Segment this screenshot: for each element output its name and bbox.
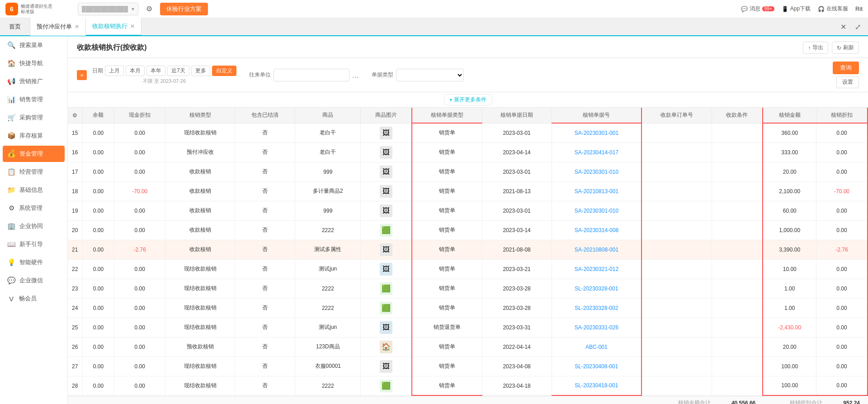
cell-doc-type: 销货单: [412, 240, 482, 259]
filter-toggle-btn[interactable]: »: [77, 70, 87, 80]
counterpart-filter: 往来单位 ...: [249, 69, 359, 81]
cell-doc-no[interactable]: SL-20230418-001: [552, 376, 642, 395]
counterpart-dots[interactable]: ...: [352, 71, 359, 79]
tab-expand-btn[interactable]: ⤢: [852, 21, 863, 33]
sidebar-item-system[interactable]: ⚙系统管理: [0, 199, 67, 217]
sidebar-label-purchase: 采购管理: [19, 114, 43, 122]
cell-doc-no[interactable]: SA-20210813-001: [552, 181, 642, 201]
date-btn-last-month[interactable]: 上月: [105, 66, 124, 76]
cell-writeoff-discount: 0.00: [816, 356, 868, 376]
cell-doc-no[interactable]: SA-20230301-010: [552, 201, 642, 220]
sidebar-label-finance: 资金管理: [19, 150, 43, 158]
cell-doc-no[interactable]: SA-20230301-001: [552, 123, 642, 143]
cell-doc-no[interactable]: SA-20210808-001: [552, 240, 642, 259]
date-btn-7days[interactable]: 近7天: [167, 66, 189, 76]
cell-receipt-cond: [712, 162, 763, 181]
cell-writeoff-amount: 20.00: [763, 337, 816, 356]
cell-doc-no[interactable]: SA-20230314-008: [552, 220, 642, 240]
query-btn[interactable]: 查询: [833, 62, 859, 74]
company-selector[interactable]: ████████████ ▾: [78, 3, 138, 15]
tab-prepay-close[interactable]: ✕: [75, 24, 79, 30]
cell-cash-discount: 0.00: [114, 259, 165, 279]
filter-expand-arrow[interactable]: »: [77, 70, 87, 80]
cell-receipt-order: [642, 356, 712, 376]
download-icon: 📱: [782, 6, 788, 12]
cell-doc-no[interactable]: SL-20230408-001: [552, 356, 642, 376]
cell-doc-no[interactable]: SA-20230414-017: [552, 143, 642, 162]
cell-receipt-cond: [712, 318, 763, 337]
cell-included: 否: [235, 356, 295, 376]
industry-btn[interactable]: 休验行业方案: [160, 3, 208, 15]
cell-receipt-cond: [712, 279, 763, 298]
sidebar-item-operations[interactable]: 📋经营管理: [0, 163, 67, 181]
sidebar-label-wechat: 企业微信: [19, 276, 43, 285]
cell-receipt-cond: [712, 201, 763, 220]
cell-doc-date: 2023-04-18: [482, 376, 552, 395]
date-btn-custom[interactable]: 自定义: [212, 66, 236, 76]
filter-setting-btn[interactable]: 设置: [836, 76, 859, 88]
settings-icon[interactable]: ⚙: [143, 3, 156, 15]
refresh-btn[interactable]: ↻ 刷新: [832, 42, 859, 54]
cell-writeoff-type: 收款核销: [165, 220, 235, 240]
cell-doc-no[interactable]: SA-20230321-012: [552, 259, 642, 279]
cell-included: 否: [235, 162, 295, 181]
table-row: 21 0.00 -2.76 收款核销 否 测试多属性 🖼 销货单 2021-08…: [68, 240, 868, 259]
cell-cash-discount: 0.00: [114, 220, 165, 240]
cell-doc-type: 销货单: [412, 376, 482, 395]
counterpart-input[interactable]: [274, 69, 349, 81]
app-download-btn[interactable]: 📱 App下载: [782, 5, 811, 13]
cell-doc-no[interactable]: SA-20230301-010: [552, 162, 642, 181]
sidebar-item-wechat[interactable]: 💬企业微信: [0, 271, 67, 290]
sidebar-item-inventory[interactable]: 📦库存核算: [0, 127, 67, 145]
sidebar-item-marketing[interactable]: 📢营销推广: [0, 72, 67, 90]
date-btn-more[interactable]: 更多: [191, 66, 210, 76]
cell-doc-no[interactable]: SL-20230328-001: [552, 279, 642, 298]
cell-doc-no[interactable]: SL-20230328-002: [552, 298, 642, 318]
operations-icon: 📋: [7, 168, 16, 176]
tab-home[interactable]: 首页: [0, 18, 30, 36]
cell-writeoff-discount: 0.00: [816, 259, 868, 279]
table-container: ⚙ 余额 现金折扣 核销类型 包含已结清 商品 商品图片 核销单据类型 核销单据…: [68, 108, 868, 404]
date-btn-this-year[interactable]: 本年: [146, 66, 165, 76]
user-menu[interactable]: Rit: [855, 5, 863, 12]
online-service-btn[interactable]: 🎧 在线客服: [818, 5, 848, 13]
cell-writeoff-type: 收款核销: [165, 240, 235, 259]
enterprise-icon: 🏢: [7, 222, 16, 230]
sidebar-item-finance[interactable]: 💰资金管理: [3, 146, 65, 162]
cell-writeoff-type: 现结收款核销: [165, 298, 235, 318]
table-row: 24 0.00 0.00 现结收款核销 否 2222 🟩 销货单 2023-03…: [68, 298, 868, 318]
tab-close-all-btn[interactable]: ✕: [837, 21, 849, 33]
sidebar-item-newbie[interactable]: 📖新手引导: [0, 235, 67, 253]
cell-balance: 0.00: [82, 201, 114, 220]
sidebar-item-smart-hw[interactable]: 💡智能硬件: [0, 253, 67, 271]
header-row: ⚙ 余额 现金折扣 核销类型 包含已结清 商品 商品图片 核销单据类型 核销单据…: [68, 108, 868, 123]
notifications-btn[interactable]: 💬 消息 99+: [741, 5, 774, 13]
sidebar-item-basic-info[interactable]: 📁基础信息: [0, 181, 67, 199]
cell-receipt-order: [642, 123, 712, 143]
sidebar-item-quick-nav[interactable]: 🏠快捷导航: [0, 54, 67, 72]
cell-writeoff-type: 预收款核销: [165, 337, 235, 356]
table-row: 17 0.00 0.00 收款核销 否 999 🖼 销货单 2023-03-01…: [68, 162, 868, 181]
cell-id: 20: [68, 220, 82, 240]
sidebar-item-sales[interactable]: 📊销售管理: [0, 90, 67, 109]
sidebar-item-search-menu[interactable]: 🔍搜索菜单: [0, 36, 67, 54]
cell-product-img: 🖼: [361, 181, 412, 201]
tab-writeoff[interactable]: 收款核销执行 ✕: [86, 18, 142, 36]
cell-receipt-cond: [712, 356, 763, 376]
cell-doc-no[interactable]: ABC-001: [552, 337, 642, 356]
sidebar-item-purchase[interactable]: 🛒采购管理: [0, 109, 67, 127]
cell-doc-date: 2023-03-21: [482, 259, 552, 279]
th-settings[interactable]: ⚙: [68, 108, 82, 123]
cell-writeoff-discount: 0.00: [816, 143, 868, 162]
sidebar-label-inventory: 库存核算: [19, 132, 43, 140]
cell-doc-no[interactable]: SA-20230331-026: [552, 318, 642, 337]
receipt-type-select[interactable]: [396, 69, 464, 81]
export-btn[interactable]: ↑ 导出: [803, 42, 828, 54]
date-btn-this-month[interactable]: 本月: [126, 66, 145, 76]
expand-more-btn[interactable]: ▾ 展开更多条件: [444, 94, 492, 105]
tab-prepay[interactable]: 预付冲应付单 ✕: [30, 18, 86, 36]
sidebar-item-vip[interactable]: V畅会员: [0, 290, 67, 308]
tab-writeoff-close[interactable]: ✕: [130, 23, 135, 29]
sidebar-item-enterprise[interactable]: 🏢企业协同: [0, 217, 67, 235]
cell-doc-date: 2023-03-31: [482, 318, 552, 337]
